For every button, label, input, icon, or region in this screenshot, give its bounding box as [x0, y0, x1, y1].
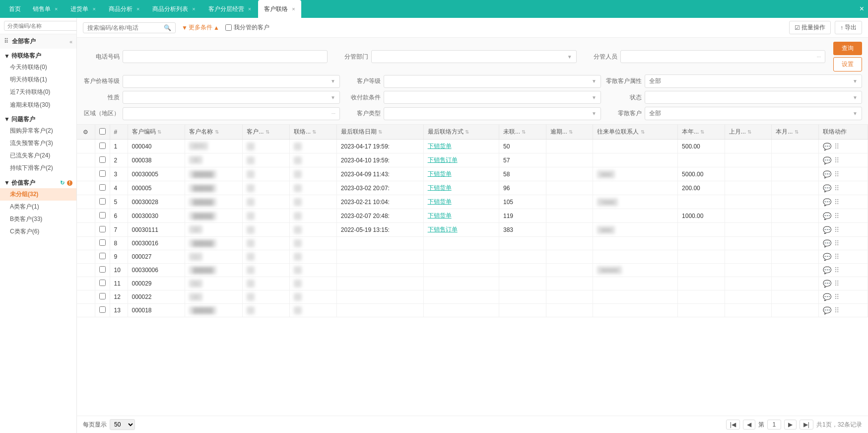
sidebar-group-problem-header[interactable]: ▼ 问题客户 [0, 113, 76, 125]
sidebar-item-7day-pending[interactable]: 近7天待联络(0) [0, 86, 76, 98]
col-overdue-header[interactable]: 逾期... ⇅ [546, 125, 593, 140]
chat-icon-4[interactable]: 💬 [823, 198, 831, 206]
tab-sales-order[interactable]: 销售单 × [27, 0, 64, 18]
first-page-btn[interactable]: |◀ [726, 420, 740, 430]
chat-icon-10[interactable]: 💬 [823, 280, 831, 288]
row-checkbox-9[interactable] [99, 266, 106, 273]
per-page-select[interactable]: 50 20 100 [110, 419, 135, 430]
col-unitcontact-header[interactable]: 往来单位联系人 ⇅ [593, 125, 678, 140]
settings-icon[interactable]: ⚙ [83, 129, 88, 136]
chat-icon-0[interactable]: 💬 [823, 143, 831, 150]
more-icon-5[interactable]: ⠿ [834, 212, 839, 220]
filter-dept-select[interactable]: ▼ [371, 50, 576, 63]
filter-customer-level-select[interactable]: ▼ [384, 75, 601, 88]
chat-icon-11[interactable]: 💬 [823, 293, 831, 301]
more-icon-6[interactable]: ⠿ [834, 226, 839, 234]
col-name-header[interactable]: 客户名称 ⇅ [185, 125, 243, 140]
col-code-header[interactable]: 客户编码 ⇅ [128, 125, 185, 140]
filter-retail-attr-select[interactable]: 全部 ▼ [645, 74, 862, 88]
sidebar-item-a-class[interactable]: A类客户(1) [0, 201, 76, 213]
sidebar-item-abnormal[interactable]: 囤购异常客户(2) [0, 125, 76, 137]
col-lastmonth-header[interactable]: 上月... ⇅ [725, 125, 772, 140]
more-icon-10[interactable]: ⠿ [834, 280, 839, 288]
more-icon-0[interactable]: ⠿ [834, 143, 839, 150]
sidebar-all-customers[interactable]: ⠿ 全部客户 « [0, 34, 76, 49]
chat-icon-8[interactable]: 💬 [823, 253, 831, 261]
close-all-tabs[interactable]: × [860, 4, 864, 13]
filter-manager-select[interactable]: ··· [620, 50, 825, 63]
tab-customer-contact[interactable]: 客户联络 × [258, 0, 301, 18]
chat-icon-3[interactable]: 💬 [823, 184, 831, 192]
close-purchase-order[interactable]: × [92, 6, 95, 12]
tab-product-analysis-list[interactable]: 商品分析列表 × [146, 0, 201, 18]
filter-customer-type-select[interactable]: ▼ [384, 107, 601, 120]
export-button[interactable]: ↑ 导出 [835, 21, 862, 34]
close-customer-segmentation[interactable]: × [248, 6, 251, 12]
more-icon-3[interactable]: ⠿ [834, 184, 839, 192]
row-checkbox-8[interactable] [99, 253, 106, 259]
home-tab[interactable]: 首页 [4, 3, 26, 15]
search-icon[interactable]: 🔍 [164, 24, 171, 31]
select-all-checkbox[interactable] [99, 128, 106, 135]
my-customers-checkbox[interactable] [225, 24, 232, 31]
close-product-analysis[interactable]: × [136, 6, 139, 12]
more-icon-7[interactable]: ⠿ [834, 239, 839, 247]
filter-phone-input[interactable] [123, 50, 328, 63]
sidebar-item-c-class[interactable]: C类客户(6) [0, 225, 76, 238]
sidebar-item-b-class[interactable]: B类客户(33) [0, 213, 76, 225]
chat-icon-6[interactable]: 💬 [823, 226, 831, 234]
more-icon-2[interactable]: ⠿ [834, 170, 839, 178]
col-lastdate-header[interactable]: 最后联络日期 ⇅ [336, 125, 423, 140]
sidebar-item-today-pending[interactable]: 今天待联络(0) [0, 61, 76, 73]
row-checkbox-5[interactable] [99, 212, 106, 218]
my-customers-filter[interactable]: 我分管的客户 [225, 23, 269, 32]
row-checkbox-4[interactable] [99, 198, 106, 205]
more-filters-btn[interactable]: ▼ 更多条件 ▲ [182, 23, 219, 32]
row-checkbox-3[interactable] [99, 184, 106, 191]
filter-region-select[interactable]: ··· [123, 107, 340, 120]
last-page-btn[interactable]: ▶| [800, 420, 813, 430]
col-settings-header[interactable]: ⚙ [77, 125, 95, 140]
filter-payment-select[interactable]: ▼ [384, 91, 601, 104]
chat-icon-9[interactable]: 💬 [823, 266, 831, 274]
col-contact-header[interactable]: 联络... ⇅ [290, 125, 337, 140]
col-lastmethod-header[interactable]: 最后联络方式 ⇅ [423, 125, 499, 140]
batch-op-button[interactable]: ☑ 批量操作 [789, 21, 831, 34]
refresh-icon[interactable]: ↻ [60, 180, 65, 186]
sidebar-group-pending-header[interactable]: ▼ 待联络客户 [0, 50, 76, 61]
close-customer-contact[interactable]: × [292, 6, 295, 12]
row-checkbox-2[interactable] [99, 170, 106, 177]
row-checkbox-1[interactable] [99, 156, 106, 163]
tab-customer-segmentation[interactable]: 客户分层经营 × [202, 0, 257, 18]
sidebar-search-input[interactable] [4, 21, 77, 31]
chat-icon-7[interactable]: 💬 [823, 239, 831, 247]
filter-price-level-select[interactable]: ▼ [123, 75, 340, 88]
chat-icon-1[interactable]: 💬 [823, 156, 831, 164]
more-icon-11[interactable]: ⠿ [834, 293, 839, 301]
close-sales-order[interactable]: × [55, 6, 58, 12]
more-icon-12[interactable]: ⠿ [834, 306, 839, 314]
prev-page-btn[interactable]: ◀ [743, 420, 755, 430]
more-icon-4[interactable]: ⠿ [834, 198, 839, 206]
row-checkbox-6[interactable] [99, 226, 106, 232]
row-checkbox-0[interactable] [99, 143, 106, 149]
reset-button[interactable]: 设置 [833, 57, 862, 72]
row-checkbox-10[interactable] [99, 280, 106, 286]
tab-product-analysis[interactable]: 商品分析 × [103, 0, 145, 18]
sidebar-item-churned[interactable]: 已流失客户(24) [0, 149, 76, 162]
row-checkbox-12[interactable] [99, 306, 106, 313]
search-input[interactable] [87, 24, 162, 31]
more-icon-9[interactable]: ⠿ [834, 266, 839, 274]
col-type-header[interactable]: 客户... ⇅ [243, 125, 290, 140]
chat-icon-2[interactable]: 💬 [823, 170, 831, 178]
next-page-btn[interactable]: ▶ [784, 420, 797, 430]
more-icon-1[interactable]: ⠿ [834, 156, 839, 164]
more-icon-8[interactable]: ⠿ [834, 253, 839, 261]
sidebar-item-tomorrow-pending[interactable]: 明天待联络(1) [0, 73, 76, 86]
sidebar-item-ungroup[interactable]: 未分组(32) [0, 188, 76, 201]
col-thisyear-header[interactable]: 本年... ⇅ [678, 125, 725, 140]
sidebar-collapse-icon[interactable]: « [69, 39, 72, 45]
sidebar-item-overdue-pending[interactable]: 逾期未联络(30) [0, 99, 76, 111]
sidebar-item-churn-warning[interactable]: 流失预警客户(3) [0, 137, 76, 149]
query-button[interactable]: 查询 [833, 42, 862, 55]
